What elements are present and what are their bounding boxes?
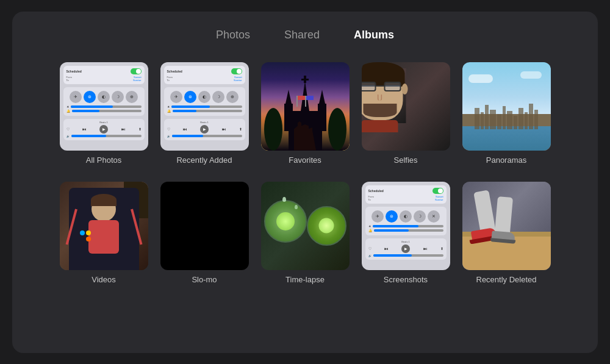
album-label-favorites: Favorites <box>289 155 321 165</box>
svg-rect-12 <box>485 105 489 129</box>
tab-bar: Photos Shared Albums <box>211 26 399 44</box>
album-label-recently-added: Recently Added <box>176 155 232 165</box>
album-screenshots[interactable]: Scheduled From Sunset To Sunrise <box>362 182 450 284</box>
svg-rect-18 <box>518 108 523 129</box>
svg-rect-19 <box>525 112 528 129</box>
album-thumb-panoramas <box>462 62 551 151</box>
album-thumb-favorites <box>261 62 350 151</box>
album-timelapse[interactable]: Time-lapse <box>261 182 350 284</box>
svg-rect-7 <box>301 79 309 80</box>
svg-rect-15 <box>503 106 506 129</box>
svg-point-9 <box>328 108 346 151</box>
tab-photos[interactable]: Photos <box>211 26 255 44</box>
album-label-screenshots: Screenshots <box>384 275 428 284</box>
album-thumb-timelapse <box>261 182 350 270</box>
album-label-slomo: Slo-mo <box>192 275 217 284</box>
album-label-selfies: Selfies <box>393 155 417 165</box>
album-thumb-all-photos: Scheduled From Sunset To Sunrise <box>60 62 148 151</box>
album-thumb-recently-added: Scheduled From Sunset To Sunrise <box>160 62 249 151</box>
album-thumb-videos <box>60 182 148 270</box>
svg-rect-21 <box>534 110 538 129</box>
svg-point-8 <box>264 108 282 151</box>
svg-rect-11 <box>481 112 484 129</box>
svg-rect-13 <box>490 110 496 129</box>
album-label-panoramas: Panoramas <box>486 155 526 165</box>
album-label-all-photos: All Photos <box>86 155 122 165</box>
album-label-videos: Videos <box>92 275 116 284</box>
svg-rect-20 <box>529 104 533 129</box>
album-thumb-recently-deleted <box>462 182 551 270</box>
album-videos[interactable]: Videos <box>60 182 148 284</box>
tab-shared[interactable]: Shared <box>279 26 325 44</box>
svg-rect-10 <box>475 108 479 129</box>
tab-albums[interactable]: Albums <box>349 26 399 44</box>
album-thumb-selfies <box>362 62 450 151</box>
album-thumb-slomo <box>160 182 249 270</box>
album-recently-deleted[interactable]: Recently Deleted <box>462 182 551 284</box>
album-recently-added[interactable]: Scheduled From Sunset To Sunrise <box>160 62 249 165</box>
svg-rect-3 <box>318 104 326 131</box>
album-all-photos[interactable]: Scheduled From Sunset To Sunrise <box>60 62 148 165</box>
albums-grid: Scheduled From Sunset To Sunrise <box>41 56 569 296</box>
svg-rect-17 <box>514 116 517 129</box>
album-label-timelapse: Time-lapse <box>285 275 325 284</box>
svg-rect-14 <box>497 114 501 129</box>
album-slomo[interactable]: Slo-mo <box>160 182 249 284</box>
album-thumb-screenshots: Scheduled From Sunset To Sunrise <box>362 182 450 270</box>
svg-marker-4 <box>285 90 292 104</box>
album-label-recently-deleted: Recently Deleted <box>476 275 537 284</box>
album-selfies[interactable]: Selfies <box>362 62 450 165</box>
album-favorites[interactable]: Favorites <box>261 62 350 165</box>
tv-frame: Photos Shared Albums Scheduled From Suns… <box>12 12 598 353</box>
svg-rect-0 <box>289 111 322 151</box>
svg-marker-5 <box>319 90 325 104</box>
svg-rect-16 <box>507 111 512 129</box>
album-panoramas[interactable]: Panoramas <box>462 62 551 165</box>
svg-rect-2 <box>284 104 293 131</box>
